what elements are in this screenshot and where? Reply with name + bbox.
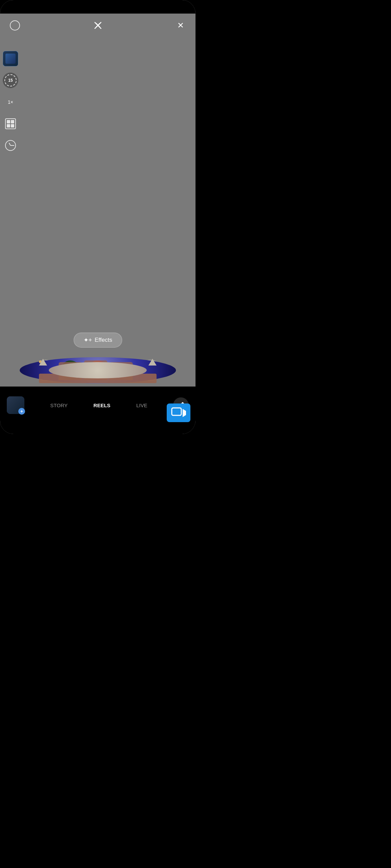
timer-circle: 15 bbox=[4, 74, 17, 86]
nav-reels[interactable]: REELS bbox=[94, 402, 110, 408]
left-controls: 15 1× bbox=[3, 51, 18, 153]
corner-logo bbox=[167, 403, 190, 422]
camera-view bbox=[0, 14, 196, 387]
sparkle-icon: ✦+ bbox=[83, 336, 92, 344]
svg-marker-4 bbox=[183, 409, 186, 417]
settings-icon bbox=[10, 20, 20, 31]
layout-cell-4 bbox=[11, 124, 14, 127]
live-label: LIVE bbox=[136, 402, 147, 408]
close-icon: ✕ bbox=[177, 21, 184, 30]
timer-15-button[interactable]: 15 bbox=[3, 73, 18, 88]
nav-live[interactable]: LIVE bbox=[136, 402, 147, 408]
corner-logo-icon bbox=[167, 403, 190, 422]
settings-button[interactable] bbox=[8, 19, 22, 32]
story-label: STORY bbox=[50, 402, 67, 408]
reels-label: REELS bbox=[94, 402, 110, 408]
gallery-add-icon: + bbox=[18, 408, 25, 415]
gallery-thumbnail[interactable] bbox=[3, 51, 18, 66]
layout-button[interactable] bbox=[3, 116, 18, 132]
flash-icon-svg bbox=[94, 22, 102, 29]
countdown-timer-button[interactable] bbox=[3, 138, 18, 153]
gallery-nav-button[interactable]: + bbox=[7, 396, 24, 414]
nav-story[interactable]: STORY bbox=[50, 402, 67, 408]
flash-button[interactable]: ✕ bbox=[91, 19, 105, 32]
close-button[interactable]: ✕ bbox=[174, 19, 187, 32]
timer-value: 15 bbox=[8, 78, 13, 83]
zoom-value: 1× bbox=[8, 99, 13, 105]
camera-header: ✕ ✕ bbox=[0, 14, 196, 37]
bottom-bar bbox=[0, 424, 196, 434]
filter-row bbox=[0, 354, 196, 387]
effects-label: Effects bbox=[95, 337, 112, 343]
layout-cell-2 bbox=[11, 120, 14, 123]
layout-cell-1 bbox=[7, 120, 10, 123]
layout-icon bbox=[5, 118, 16, 129]
zoom-button[interactable]: 1× bbox=[3, 94, 18, 110]
clock-icon bbox=[5, 140, 16, 151]
layout-cell-3 bbox=[7, 124, 10, 127]
app-container: ✕ ✕ bbox=[0, 0, 196, 434]
bottom-nav: + STORY REELS LIVE bbox=[0, 387, 196, 424]
effects-button[interactable]: ✦+ Effects bbox=[74, 333, 122, 348]
brand-logo-icon bbox=[171, 407, 186, 419]
clock-minute-hand bbox=[11, 145, 14, 146]
svg-rect-3 bbox=[172, 408, 181, 415]
status-bar bbox=[0, 0, 196, 14]
